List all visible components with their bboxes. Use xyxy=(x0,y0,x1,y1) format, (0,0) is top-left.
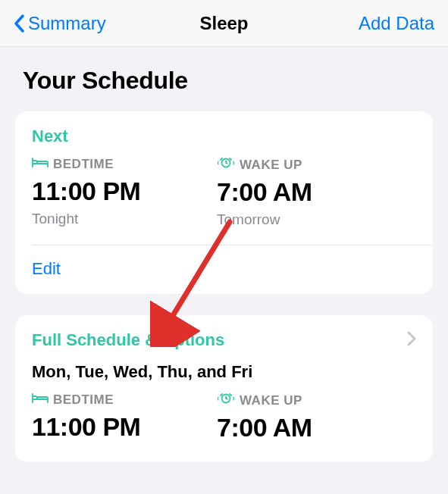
content-area: Your Schedule Next BEDTIME 11:00 PM Toni… xyxy=(0,47,448,462)
schedule-days: Mon, Tue, Wed, Thu, and Fri xyxy=(32,362,416,382)
full-wakeup-column: WAKE UP 7:00 AM xyxy=(217,392,382,447)
full-bedtime-column: BEDTIME 11:00 PM xyxy=(32,392,197,447)
bedtime-value: 11:00 PM xyxy=(32,177,197,206)
full-times-row: BEDTIME 11:00 PM WAKE UP 7:00 AM xyxy=(32,392,416,447)
wakeup-column: WAKE UP 7:00 AM Tomorrow xyxy=(217,157,382,228)
alarm-icon xyxy=(217,157,235,173)
full-bedtime-label-row: BEDTIME xyxy=(32,392,197,408)
next-times-row: BEDTIME 11:00 PM Tonight WAKE UP 7:00 AM… xyxy=(32,157,416,228)
bed-icon xyxy=(32,392,49,408)
navigation-bar: Summary Sleep Add Data xyxy=(0,0,448,47)
full-wakeup-label-row: WAKE UP xyxy=(217,392,382,408)
wakeup-label-row: WAKE UP xyxy=(217,157,382,173)
full-wakeup-value: 7:00 AM xyxy=(217,413,382,442)
bedtime-column: BEDTIME 11:00 PM Tonight xyxy=(32,157,197,228)
wakeup-label: WAKE UP xyxy=(240,158,302,173)
bedtime-label: BEDTIME xyxy=(53,157,114,172)
wakeup-sub: Tomorrow xyxy=(217,211,382,228)
bedtime-label-row: BEDTIME xyxy=(32,157,197,172)
bedtime-sub: Tonight xyxy=(32,211,197,227)
back-label: Summary xyxy=(28,13,106,34)
full-wakeup-label: WAKE UP xyxy=(240,393,302,408)
full-bedtime-value: 11:00 PM xyxy=(32,412,197,442)
bed-icon xyxy=(32,157,49,172)
full-schedule-header-row: Full Schedule & Options xyxy=(32,330,416,350)
back-button[interactable]: Summary xyxy=(14,13,106,34)
full-schedule-card[interactable]: Full Schedule & Options Mon, Tue, Wed, T… xyxy=(15,315,433,462)
edit-button[interactable]: Edit xyxy=(32,245,416,279)
full-bedtime-label: BEDTIME xyxy=(53,392,114,408)
chevron-right-icon xyxy=(407,331,416,349)
section-title: Your Schedule xyxy=(23,67,433,95)
next-header: Next xyxy=(32,127,416,146)
wakeup-value: 7:00 AM xyxy=(217,177,382,207)
full-schedule-header: Full Schedule & Options xyxy=(32,330,224,350)
next-schedule-card: Next BEDTIME 11:00 PM Tonight WAKE UP xyxy=(15,111,433,294)
add-data-button[interactable]: Add Data xyxy=(359,13,434,34)
alarm-icon xyxy=(217,392,235,408)
chevron-left-icon xyxy=(14,14,25,33)
